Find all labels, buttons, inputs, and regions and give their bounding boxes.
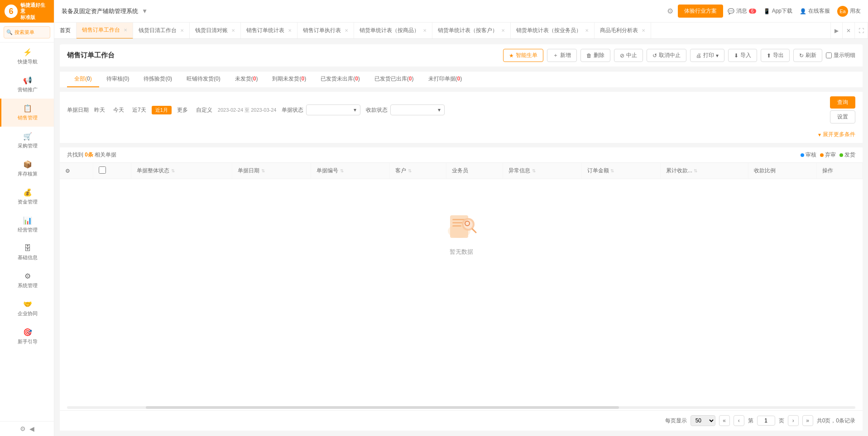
sidebar-item-inventory[interactable]: 📦 库存核算 xyxy=(0,155,54,183)
sub-tab-shipped-warehoused[interactable]: 已发货已出库(0) xyxy=(367,71,421,87)
add-button[interactable]: ＋ 新增 xyxy=(547,49,577,62)
number-column-header[interactable]: 单据编号 ⇅ xyxy=(311,163,390,179)
date-1month-btn[interactable]: 近1月 xyxy=(152,106,172,114)
refresh-button[interactable]: ↻ 刷新 xyxy=(793,49,822,62)
app-download-button[interactable]: 📱 App下载 xyxy=(763,7,792,15)
user-menu-button[interactable]: Ea 用友 xyxy=(837,6,861,17)
settings-bottom-icon[interactable]: ⚙ xyxy=(20,425,26,432)
table-scroll-container[interactable]: ⚙ 单据整体状态 ⇅ 单据日期 xyxy=(60,163,863,405)
query-button[interactable]: 查询 xyxy=(830,96,855,109)
system-dropdown-button[interactable]: ▼ xyxy=(142,8,148,14)
review-action-button[interactable]: 审核 xyxy=(801,151,816,159)
date-more-btn[interactable]: 更多 xyxy=(174,105,191,115)
sidebar-item-operations[interactable]: 📊 经营管理 xyxy=(0,211,54,239)
tab-cash-reconcile[interactable]: 钱货日清对账 ✕ xyxy=(190,23,241,39)
tab-sales-summary-customer[interactable]: 销货单统计表（按客户） ✕ xyxy=(432,23,511,39)
cancel-pause-icon: ↺ xyxy=(652,52,657,59)
scrollbar-thumb[interactable] xyxy=(146,406,619,409)
smart-order-button[interactable]: ★ 智能生单 xyxy=(503,49,543,62)
online-service-button[interactable]: 👤 在线客服 xyxy=(800,7,830,15)
tab-close-summary-product[interactable]: ✕ xyxy=(423,28,427,33)
next-page-button[interactable]: › xyxy=(788,415,799,426)
date-filter: 单据日期 昨天 今天 近7天 近1月 更多 自定义 2023-02-24 至 2… xyxy=(67,105,276,115)
settings-column-header[interactable]: ⚙ xyxy=(60,163,93,179)
payment-select[interactable]: ▾ xyxy=(390,104,445,115)
ship-action-button[interactable]: 发货 xyxy=(839,151,855,159)
pause-button[interactable]: ⊘ 中止 xyxy=(614,49,643,62)
setting-button[interactable]: 设置 xyxy=(830,110,855,123)
message-button[interactable]: 💬 消息 6 xyxy=(728,7,756,15)
table-scrollbar[interactable] xyxy=(60,405,863,410)
search-menu-button[interactable]: 🔍 搜索菜单 xyxy=(4,26,50,38)
tab-close-summary-customer[interactable]: ✕ xyxy=(501,28,505,33)
sub-tab-pending-inspect[interactable]: 待拣验货(0) xyxy=(136,71,179,87)
staff-column-header[interactable]: 业务员 xyxy=(446,163,503,179)
sidebar-item-guide[interactable]: 🎯 新手引导 xyxy=(0,322,54,351)
sub-tab-not-shipped[interactable]: 未发货(0) xyxy=(228,71,265,87)
cancel-pause-button[interactable]: ↺ 取消中止 xyxy=(647,49,686,62)
amount-column-header[interactable]: 订单金额 ⇅ xyxy=(582,163,661,179)
customer-column-header[interactable]: 客户 ⇅ xyxy=(390,163,446,179)
tab-close-cash-reconcile[interactable]: ✕ xyxy=(231,28,235,33)
collected-column-header[interactable]: 累计收款... ⇅ xyxy=(660,163,748,179)
sidebar-item-quick-nav[interactable]: ⚡ 快捷导航 xyxy=(0,43,54,71)
sub-tab-shipped-not-warehoused[interactable]: 已发货未出库(0) xyxy=(313,71,367,87)
status-column-header[interactable]: 单据整体状态 ⇅ xyxy=(131,163,232,179)
print-button[interactable]: 🖨 打印 ▾ xyxy=(690,49,724,62)
solution-button[interactable]: 体验行业方案 xyxy=(678,5,723,18)
expand-more-button[interactable]: ▾ 展开更多条件 xyxy=(818,131,855,138)
sidebar-item-system[interactable]: ⚙ 系统管理 xyxy=(0,266,54,294)
exception-column-header[interactable]: 异常信息 ⇅ xyxy=(503,163,582,179)
tab-close-sales-workbench[interactable]: ✕ xyxy=(124,28,127,33)
sub-tab-all[interactable]: 全部(0) xyxy=(67,71,99,87)
tab-sales-stat[interactable]: 销售订单统计表 ✕ xyxy=(241,23,297,39)
tab-maximize-button[interactable]: ⛶ xyxy=(855,23,868,39)
tab-close-summary-staff[interactable]: ✕ xyxy=(585,28,589,33)
sidebar-item-cooperation[interactable]: 🤝 企业协同 xyxy=(0,294,54,322)
last-page-button[interactable]: » xyxy=(802,415,813,426)
date-today-btn[interactable]: 今天 xyxy=(110,105,127,115)
sidebar-item-base-info[interactable]: 🗄 基础信息 xyxy=(0,239,54,266)
tab-sales-exec[interactable]: 销售订单执行表 ✕ xyxy=(297,23,354,39)
date-7days-btn[interactable]: 近7天 xyxy=(129,105,149,115)
tab-cash-daily[interactable]: 钱货日清工作台 ✕ xyxy=(133,23,190,39)
date-yesterday-btn[interactable]: 昨天 xyxy=(91,105,108,115)
sidebar-item-purchase[interactable]: 🛒 采购管理 xyxy=(0,127,54,155)
tab-scroll-right-button[interactable]: ▶ xyxy=(831,23,843,39)
tab-sales-summary-product[interactable]: 销货单统计表（按商品） ✕ xyxy=(354,23,432,39)
tab-close-sales-exec[interactable]: ✕ xyxy=(345,28,348,33)
page-number-input[interactable] xyxy=(757,416,775,426)
tab-home[interactable]: 首页 xyxy=(54,23,77,39)
cancel-review-action-button[interactable]: 弃审 xyxy=(820,151,836,159)
prev-page-button[interactable]: ‹ xyxy=(734,415,744,426)
date-custom-btn[interactable]: 自定义 xyxy=(193,105,215,115)
tab-product-margin[interactable]: 商品毛利分析表 ✕ xyxy=(595,23,651,39)
tab-close-sales-stat[interactable]: ✕ xyxy=(288,28,292,33)
per-page-select[interactable]: 50 100 200 xyxy=(691,415,715,426)
topbar-settings-icon[interactable]: ⚙ xyxy=(667,7,673,15)
export-button[interactable]: ⬆ 导出 xyxy=(761,49,790,62)
sub-tab-wangpu[interactable]: 旺铺待发货(0) xyxy=(179,71,228,87)
status-select[interactable]: ▾ xyxy=(306,104,360,115)
show-detail-label[interactable]: 显示明细 xyxy=(826,52,855,59)
tab-sales-workbench[interactable]: 销售订单工作台 ✕ xyxy=(77,23,133,39)
sidebar-item-marketing[interactable]: 📢 营销推广 xyxy=(0,71,54,99)
tab-close-cash-daily[interactable]: ✕ xyxy=(180,28,184,33)
collapse-icon[interactable]: ◀ xyxy=(29,425,34,432)
tab-sales-summary-staff[interactable]: 销货单统计表（按业务员） ✕ xyxy=(511,23,595,39)
sub-tab-not-printed[interactable]: 未打印单据(0) xyxy=(421,71,470,87)
date-column-header[interactable]: 单据日期 ⇅ xyxy=(232,163,311,179)
checkbox-column-header[interactable] xyxy=(93,163,131,179)
sub-tab-overdue-not-shipped[interactable]: 到期未发货(0) xyxy=(265,71,313,87)
select-all-checkbox[interactable] xyxy=(99,166,106,174)
sub-tab-pending-review[interactable]: 待审核(0) xyxy=(99,71,137,87)
delete-button[interactable]: 🗑 删除 xyxy=(580,49,610,62)
status-filter: 单据状态 ▾ xyxy=(282,104,360,115)
sidebar-item-finance[interactable]: 💰 资金管理 xyxy=(0,183,54,211)
show-detail-checkbox[interactable] xyxy=(826,52,832,58)
tab-close-all-button[interactable]: ✕ xyxy=(843,23,855,39)
tab-close-product-margin[interactable]: ✕ xyxy=(642,28,645,33)
sidebar-item-sales[interactable]: 📋 销售管理 xyxy=(0,99,54,127)
first-page-button[interactable]: « xyxy=(719,415,730,426)
import-button[interactable]: ⬇ 导入 xyxy=(728,49,757,62)
